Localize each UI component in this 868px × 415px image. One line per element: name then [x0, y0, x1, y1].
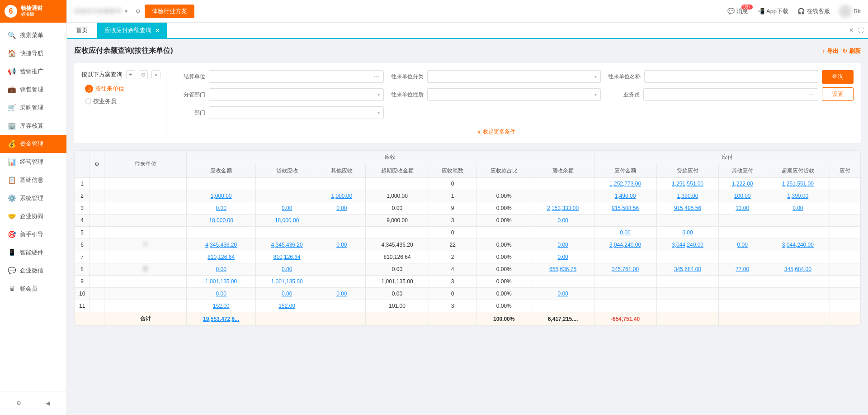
td-ap-other[interactable]: 77.00 [719, 263, 766, 276]
filter-grid: 结算单位 ··· 往来单位分类 ▾ 往来单位 [174, 70, 818, 119]
td-ap-other[interactable]: 1,222.00 [719, 178, 766, 190]
td-ap-overdue[interactable]: 345,684.00 [766, 263, 830, 276]
td-ap-amount[interactable]: 1,490.00 [594, 190, 656, 202]
td-ar-amount[interactable]: 1,001,135.00 [187, 276, 256, 288]
td-ap-loan[interactable]: 1,390.00 [656, 190, 719, 202]
footer-ar-amount[interactable]: 19,553,472,6... [187, 312, 256, 326]
refresh-btn[interactable]: ↻ 刷新 [842, 47, 861, 55]
td-ar-amount[interactable]: 810,126.64 [187, 251, 256, 263]
trial-industry-btn[interactable]: 体验行业方案 [145, 5, 194, 18]
td-ar-loan[interactable]: 18,000.00 [256, 215, 318, 227]
tab-home[interactable]: 首页 [67, 23, 97, 38]
sidebar-item-smart-hw[interactable]: 📱 智能硬件 [0, 243, 66, 262]
app-download-btn[interactable]: 📲 App下载 [757, 7, 788, 15]
collapse-sidebar-btn[interactable]: ◀︎ [40, 396, 55, 410]
td-ap-amount[interactable]: 1,252,773.00 [594, 178, 656, 190]
tabbar: 首页 应收应付余额查询 ✕ ✕ ⛶ [67, 23, 868, 39]
td-ap-loan[interactable]: 0.00 [656, 227, 719, 239]
sidebar-item-capital[interactable]: 💰 资金管理 [0, 135, 66, 153]
filter-settings-btn[interactable]: ⊙ [139, 70, 148, 79]
td-ar-prepay[interactable]: 0.00 [532, 215, 594, 227]
td-ar-loan[interactable]: 0.00 [256, 202, 318, 215]
td-ap-overdue[interactable]: 1,251,551.00 [766, 178, 830, 190]
sidebar-item-quick-nav[interactable]: 🏠 快捷导航 [0, 44, 66, 62]
message-btn[interactable]: 💬 消息 99+ [727, 7, 748, 15]
sidebar-item-wechat[interactable]: 💬 企业微信 [0, 262, 66, 280]
td-ar-loan [256, 190, 318, 202]
td-ar-other[interactable]: 0.00 [318, 239, 366, 251]
sidebar-item-marketing[interactable]: 📢 营销推广 [0, 62, 66, 81]
sidebar-item-enterprise[interactable]: 🤝 企业协同 [0, 207, 66, 225]
td-ap-amount[interactable]: 915,508.56 [594, 202, 656, 215]
filter-input-dept[interactable]: ▾ [209, 88, 384, 101]
collapse-more-btn[interactable]: ∧ 收起更多条件 [477, 128, 515, 136]
td-ar-amount[interactable]: 0.00 [187, 202, 256, 215]
tabbar-close-all-icon[interactable]: ✕ [849, 27, 854, 33]
settings-bottom-btn[interactable]: ⚙ [12, 396, 26, 410]
td-ar-loan[interactable]: 0.00 [256, 263, 318, 276]
td-ar-prepay[interactable]: 0.00 [532, 251, 594, 263]
sidebar-item-system[interactable]: ⚙️ 系统管理 [0, 189, 66, 207]
td-ar-loan[interactable]: 4,345,436.20 [256, 239, 318, 251]
online-service-btn[interactable]: 🎧 在线客服 [797, 7, 830, 15]
td-ar-loan[interactable]: 0.00 [256, 288, 318, 300]
user-area[interactable]: Rit [839, 5, 861, 18]
filter-add-btn[interactable]: + [126, 70, 135, 79]
td-ap-overdue[interactable]: 3,044,240.00 [766, 239, 830, 251]
td-ar-other[interactable]: 0.00 [318, 202, 366, 215]
view-tab-by-staff[interactable]: 按业务员 [85, 97, 124, 105]
tabbar-expand-icon[interactable]: ⛶ [858, 27, 863, 33]
td-ar-loan[interactable]: 810,126.64 [256, 251, 318, 263]
td-ar-amount[interactable]: 4,345,436.20 [187, 239, 256, 251]
filter-input-laiunit-type[interactable]: ▾ [427, 70, 601, 83]
sidebar-item-guide[interactable]: 🎯 新手引导 [0, 225, 66, 243]
settings-gear-btn[interactable]: ⚙ [131, 5, 145, 18]
view-tab-by-unit[interactable]: ⊙ 按往来单位 [85, 85, 124, 93]
filter-collapse-btn[interactable]: « [151, 70, 160, 79]
set-btn[interactable]: 设置 [822, 87, 854, 101]
td-ar-prepay[interactable]: 2,153,333.00 [532, 202, 594, 215]
td-ap-amount[interactable]: 0.00 [594, 227, 656, 239]
filter-input-jiesuan[interactable]: ··· [209, 70, 384, 83]
td-ar-prepay[interactable]: 0.00 [532, 288, 594, 300]
td-ar-other[interactable]: 1,000.00 [318, 190, 366, 202]
td-ap-amount[interactable]: 345,761.00 [594, 263, 656, 276]
td-ap-loan[interactable]: 3,044,240.00 [656, 239, 719, 251]
td-ap-other[interactable]: 13.00 [719, 202, 766, 215]
td-ap-amount[interactable]: 3,044,240.00 [594, 239, 656, 251]
td-ap-other[interactable]: 0.00 [719, 239, 766, 251]
filter-input-laiunit-name[interactable] [644, 70, 818, 83]
sidebar-item-basic-info[interactable]: 📋 基础信息 [0, 171, 66, 189]
tab-ar-query[interactable]: 应收应付余额查询 ✕ [97, 23, 167, 38]
tab-close-icon[interactable]: ✕ [155, 27, 160, 34]
query-btn[interactable]: 查询 [822, 70, 854, 84]
td-ar-loan[interactable]: 152.00 [256, 300, 318, 312]
table-row: 21,000.001,000.001,000.0010.00%1,490.001… [75, 190, 861, 202]
sidebar-item-operations[interactable]: 📊 经营管理 [0, 153, 66, 171]
td-ap-other[interactable]: 100.00 [719, 190, 766, 202]
export-btn[interactable]: ↑ 导出 [822, 47, 839, 55]
filter-input-salesperson[interactable]: ··· [643, 88, 818, 101]
td-ar-prepay[interactable]: 655,636.75 [532, 263, 594, 276]
sidebar-item-sales[interactable]: 💼 销售管理 [0, 81, 66, 99]
td-ar-amount[interactable]: 0.00 [187, 288, 256, 300]
td-ar-amount[interactable]: 1,000.00 [187, 190, 256, 202]
td-ap-loan[interactable]: 1,251,551.00 [656, 178, 719, 190]
sidebar-item-search-menu[interactable]: 🔍 搜索菜单 [0, 26, 66, 44]
td-ar-amount[interactable]: 152.00 [187, 300, 256, 312]
td-ap-overdue[interactable]: 0.00 [766, 202, 830, 215]
sidebar-item-purchase[interactable]: 🛒 采购管理 [0, 99, 66, 117]
td-ar-loan[interactable]: 1,001,135.00 [256, 276, 318, 288]
filter-input-department[interactable]: ▾ [209, 106, 384, 119]
filter-input-unit-nature[interactable]: ▾ [427, 88, 601, 101]
th-settings[interactable]: ⚙ [90, 151, 104, 178]
td-ap-loan[interactable]: 915,495.56 [656, 202, 719, 215]
sidebar-item-inventory[interactable]: 🏢 库存核算 [0, 117, 66, 135]
td-ap-loan[interactable]: 345,684.00 [656, 263, 719, 276]
td-ap-overdue[interactable]: 1,390.00 [766, 190, 830, 202]
td-ar-amount[interactable]: 18,000.00 [187, 215, 256, 227]
td-ar-amount[interactable]: 0.00 [187, 263, 256, 276]
td-ar-prepay[interactable]: 0.00 [532, 239, 594, 251]
td-ar-other[interactable]: 0.00 [318, 288, 366, 300]
sidebar-item-member[interactable]: ♛ 畅会员 [0, 280, 66, 298]
